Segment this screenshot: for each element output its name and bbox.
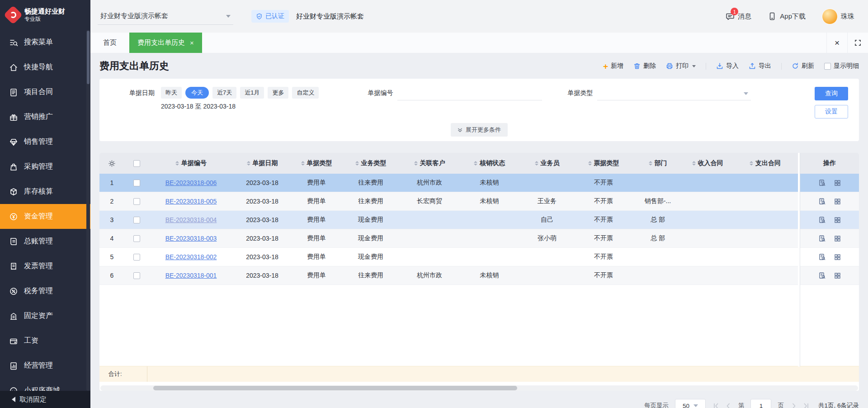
view-flow-icon[interactable] — [818, 272, 826, 280]
row-checkbox[interactable] — [124, 192, 149, 210]
view-flow-icon[interactable] — [818, 179, 826, 187]
show-detail-toggle[interactable]: 显示明细 — [824, 62, 859, 70]
header-income-contract[interactable]: 收入合同 — [683, 153, 732, 174]
doc-no-link[interactable]: BE-20230318-006 — [165, 179, 217, 186]
tab-close-icon[interactable]: × — [190, 39, 194, 47]
header-doc-date[interactable]: 单据日期 — [233, 153, 292, 174]
app-download-button[interactable]: App下载 — [768, 12, 806, 21]
doc-no-link[interactable]: BE-20230318-002 — [165, 253, 217, 261]
close-all-tabs-button[interactable]: × — [826, 33, 847, 53]
table-row[interactable]: 2 BE-20230318-005 2023-03-18 费用单 往来费用 长宏… — [99, 192, 859, 211]
sort-icon[interactable] — [474, 161, 477, 166]
related-docs-icon[interactable] — [834, 198, 841, 205]
account-set-selector[interactable]: 好业财专业版演示帐套 — [98, 8, 233, 25]
date-range-value[interactable]: 2023-03-18 至 2023-03-18 — [161, 103, 319, 111]
doc-no-link[interactable]: BE-20230318-001 — [165, 272, 217, 279]
per-page-select[interactable]: 50 — [675, 399, 706, 408]
last-page-icon[interactable] — [802, 402, 810, 408]
sidebar-item-inventory[interactable]: 库存核算 — [0, 179, 90, 204]
view-flow-icon[interactable] — [818, 253, 826, 261]
table-row[interactable]: 5 BE-20230318-002 2023-03-18 费用单 现金费用 不开… — [99, 248, 859, 266]
quick-date-1month[interactable]: 近1月 — [240, 87, 264, 99]
sidebar-item-fixed-assets[interactable]: 固定资产 — [0, 304, 90, 328]
sidebar-scrollbar[interactable] — [86, 30, 90, 391]
row-checkbox[interactable] — [124, 229, 149, 247]
sidebar-item-purchase[interactable]: 采购管理 — [0, 154, 90, 179]
header-doc-type[interactable]: 单据类型 — [292, 153, 341, 174]
header-biz-type[interactable]: 业务类型 — [341, 153, 400, 174]
messages-button[interactable]: 1 消息 — [726, 12, 751, 21]
export-button[interactable]: 导出 — [749, 62, 771, 70]
row-checkbox[interactable] — [124, 248, 149, 266]
sidebar-item-project-contract[interactable]: 项目合同 — [0, 80, 90, 104]
sort-icon[interactable] — [414, 161, 418, 166]
sort-icon[interactable] — [175, 161, 179, 166]
related-docs-icon[interactable] — [834, 179, 841, 187]
quick-date-7days[interactable]: 近7天 — [212, 87, 236, 99]
header-salesperson[interactable]: 业务员 — [520, 153, 574, 174]
fullscreen-button[interactable] — [847, 33, 868, 53]
prev-page-icon[interactable] — [724, 402, 732, 408]
next-page-icon[interactable] — [790, 402, 798, 408]
quick-date-custom[interactable]: 自定义 — [292, 87, 319, 99]
doc-no-link[interactable]: BE-20230318-003 — [165, 235, 217, 242]
sidebar-item-invoice[interactable]: 发票管理 — [0, 254, 90, 279]
checkbox-icon[interactable] — [824, 63, 831, 70]
table-row[interactable]: 4 BE-20230318-003 2023-03-18 费用单 现金费用 张小… — [99, 229, 859, 248]
related-docs-icon[interactable] — [834, 235, 841, 242]
print-button[interactable]: 打印 — [666, 62, 696, 70]
expand-more-conditions-button[interactable]: 展开更多条件 — [451, 123, 508, 137]
row-checkbox[interactable] — [124, 266, 149, 285]
quick-date-yesterday[interactable]: 昨天 — [161, 87, 182, 99]
doc-no-link[interactable]: BE-20230318-005 — [165, 198, 217, 205]
related-docs-icon[interactable] — [834, 216, 841, 224]
doc-no-link[interactable]: BE-20230318-004 — [165, 216, 217, 223]
sidebar-item-payroll[interactable]: 工资 — [0, 328, 90, 353]
first-page-icon[interactable] — [712, 402, 720, 408]
header-doc-no[interactable]: 单据编号 — [149, 153, 233, 174]
sidebar-item-search-menu[interactable]: 搜索菜单 — [0, 30, 90, 55]
user-menu[interactable]: 珠珠 — [822, 9, 854, 24]
table-row[interactable]: 1 BE-20230318-006 2023-03-18 费用单 往来费用 杭州… — [99, 174, 859, 192]
quick-date-more[interactable]: 更多 — [268, 87, 288, 99]
related-docs-icon[interactable] — [834, 272, 841, 280]
header-writeoff-status[interactable]: 核销状态 — [459, 153, 520, 174]
view-flow-icon[interactable] — [818, 216, 826, 224]
delete-button[interactable]: 删除 — [633, 62, 656, 70]
sort-icon[interactable] — [355, 161, 359, 166]
table-row[interactable]: 6 BE-20230318-001 2023-03-18 费用单 往来费用 杭州… — [99, 266, 859, 285]
doc-type-select[interactable] — [597, 87, 751, 100]
header-expense-contract[interactable]: 支出合同 — [732, 153, 798, 174]
import-button[interactable]: 导入 — [716, 62, 739, 70]
sidebar-item-quick-nav[interactable]: 快捷导航 — [0, 55, 90, 80]
quick-date-today[interactable]: 今天 — [185, 87, 209, 99]
view-flow-icon[interactable] — [818, 235, 826, 242]
tab-expense-history[interactable]: 费用支出单历史 × — [129, 33, 202, 53]
add-button[interactable]: + 新增 — [603, 62, 623, 71]
sidebar-item-business[interactable]: 经营管理 — [0, 353, 90, 378]
settings-button[interactable]: 设置 — [815, 105, 848, 119]
header-department[interactable]: 部门 — [633, 153, 683, 174]
sidebar-item-funds[interactable]: 资金管理 — [0, 204, 90, 229]
unpin-sidebar-button[interactable]: 取消固定 — [0, 391, 90, 408]
sidebar-item-miniapp[interactable]: 小程序商城 — [0, 378, 90, 391]
query-button[interactable]: 查询 — [815, 87, 848, 100]
sidebar-scrollbar-thumb[interactable] — [87, 31, 90, 84]
sidebar-item-tax[interactable]: 税务管理 — [0, 279, 90, 304]
header-customer[interactable]: 关联客户 — [400, 153, 459, 174]
related-docs-icon[interactable] — [834, 253, 841, 261]
sort-icon[interactable] — [301, 161, 305, 166]
column-settings-button[interactable] — [99, 153, 124, 174]
view-flow-icon[interactable] — [818, 198, 826, 205]
sidebar-item-marketing[interactable]: 营销推广 — [0, 104, 90, 129]
doc-no-input[interactable] — [397, 87, 542, 100]
horizontal-scrollbar[interactable] — [100, 385, 858, 391]
header-bill-type[interactable]: 票据类型 — [574, 153, 633, 174]
sort-icon[interactable] — [247, 161, 250, 166]
page-number-input[interactable] — [750, 399, 771, 408]
row-checkbox[interactable] — [124, 211, 149, 229]
sort-icon[interactable] — [649, 161, 652, 166]
table-row[interactable]: 3 BE-20230318-004 2023-03-18 费用单 现金费用 自己… — [99, 211, 859, 229]
tab-home[interactable]: 首页 — [90, 33, 129, 53]
sort-icon[interactable] — [588, 161, 592, 166]
